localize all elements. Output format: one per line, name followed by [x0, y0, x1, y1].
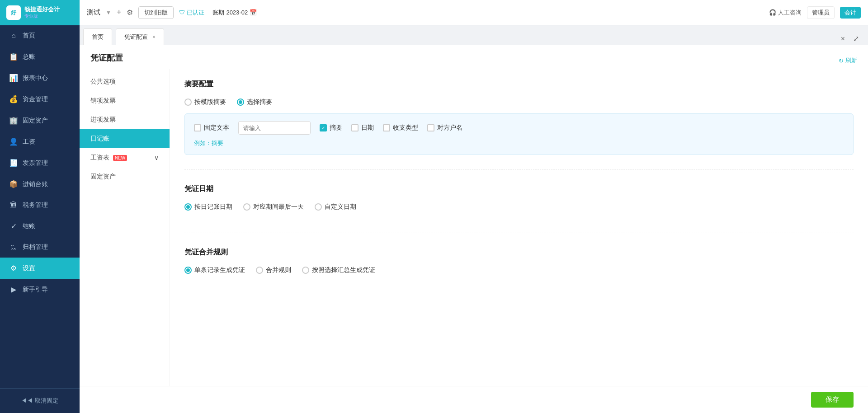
topbar-dropdown-icon[interactable]: ▼: [106, 9, 111, 16]
radio-journal-date[interactable]: 按日记账日期: [184, 203, 232, 211]
merge-config-section: 凭证合并规则 单条记录生成凭证 合并规则 按照选择汇总生成凭证: [184, 248, 854, 296]
topbar-cert-status: 🛡 已认证: [179, 9, 204, 17]
checkbox-box-counterparty: [427, 124, 434, 131]
radio-select-merge[interactable]: 按照选择汇总生成凭证: [302, 266, 375, 274]
new-badge: NEW: [113, 155, 127, 161]
summary-config-section: 摘要配置 按模版摘要 选择摘要: [184, 80, 854, 170]
save-button[interactable]: 保存: [811, 392, 854, 408]
radio-dot-select: [239, 100, 242, 104]
sidebar-item-tax[interactable]: 🏛 税务管理: [0, 195, 80, 216]
topbar-old-version-button[interactable]: 切到旧版: [138, 6, 174, 19]
checkbox-counterparty[interactable]: 对方户名: [427, 124, 462, 132]
tabs-bar: 首页 凭证配置 × × ⤢: [80, 25, 868, 45]
closing-icon: ✓: [9, 222, 18, 230]
radio-template-summary[interactable]: 按模版摘要: [184, 98, 226, 106]
sidebar-item-sales[interactable]: 📦 进销台账: [0, 174, 80, 195]
tab-home[interactable]: 首页: [83, 28, 112, 45]
refresh-button[interactable]: ↻ 刷新: [839, 56, 857, 65]
left-nav-journal[interactable]: 日记账: [80, 129, 170, 148]
logo-text: 畅捷通好会计: [24, 6, 60, 14]
sidebar-item-payroll[interactable]: 👤 工资: [0, 131, 80, 152]
radio-circle-custom-date: [315, 203, 322, 211]
radio-circle-journal-date: [184, 203, 192, 211]
reports-icon: 📊: [9, 74, 18, 82]
topbar-user-button[interactable]: 管理员: [807, 6, 835, 19]
radio-period-last[interactable]: 对应期间最后一天: [243, 203, 304, 211]
sidebar: 好 畅捷通好会计 专业版 ⌂ 首页 📋 总账 📊 报表中心 💰 资金管理 🏢 固…: [0, 0, 80, 413]
left-nav-sales-invoice[interactable]: 销项发票: [80, 91, 170, 110]
sidebar-item-invoices[interactable]: 🧾 发票管理: [0, 152, 80, 174]
tax-icon: 🏛: [9, 201, 18, 209]
headset-icon: 🎧: [769, 9, 776, 16]
funds-icon: 💰: [9, 95, 18, 103]
archive-icon: 🗂: [9, 243, 18, 251]
assets-icon: 🏢: [9, 116, 18, 125]
right-content: 摘要配置 按模版摘要 选择摘要: [170, 69, 868, 413]
sidebar-item-guide[interactable]: ▶ 新手引导: [0, 279, 80, 300]
checkbox-box-summary: ✓: [320, 124, 327, 131]
radio-circle-select-merge: [302, 267, 309, 274]
calendar-icon[interactable]: 📅: [250, 9, 257, 16]
topbar: 测试 ▼ + ⚙ 切到旧版 🛡 已认证 账期 2023-02 📅 🎧 人工咨询 …: [80, 0, 868, 25]
content-header: 凭证配置 ↻ 刷新: [80, 45, 868, 69]
left-nav-purchase-invoice[interactable]: 进项发票: [80, 110, 170, 129]
date-radio-group: 按日记账日期 对应期间最后一天 自定义日期: [184, 203, 854, 211]
checkbox-fixed-text[interactable]: 固定文本: [194, 124, 229, 132]
sidebar-item-settings[interactable]: ⚙ 设置: [0, 258, 80, 279]
radio-merge-rules[interactable]: 合并规则: [256, 266, 291, 274]
fixed-text-input[interactable]: [238, 121, 311, 135]
radio-select-summary[interactable]: 选择摘要: [237, 98, 272, 106]
topbar-gear-icon[interactable]: ⚙: [127, 8, 133, 17]
summary-example: 例如：摘要: [194, 139, 844, 147]
left-nav: 公共选项 销项发票 进项发票 日记账 工资表 NEW ∨ 固定资产: [80, 69, 170, 413]
topbar-right: 🎧 人工咨询 管理员 会计: [769, 6, 861, 19]
cancel-fixed-button[interactable]: ◀◀ 取消固定: [0, 393, 80, 408]
radio-custom-date[interactable]: 自定义日期: [315, 203, 356, 211]
radio-circle-single: [184, 267, 192, 274]
radio-single-record[interactable]: 单条记录生成凭证: [184, 266, 245, 274]
sidebar-item-closing[interactable]: ✓ 结账: [0, 216, 80, 237]
sidebar-item-assets[interactable]: 🏢 固定资产: [0, 110, 80, 131]
sidebar-logo: 好 畅捷通好会计 专业版: [0, 0, 80, 25]
shield-icon: 🛡: [179, 9, 185, 16]
refresh-icon: ↻: [839, 57, 844, 64]
merge-config-title: 凭证合并规则: [184, 248, 854, 257]
summary-radio-group: 按模版摘要 选择摘要: [184, 98, 854, 106]
topbar-add-button[interactable]: +: [117, 8, 122, 17]
summary-config-title: 摘要配置: [184, 80, 854, 89]
chevron-down-icon: ∨: [154, 154, 159, 161]
tab-voucher-config[interactable]: 凭证配置 ×: [116, 28, 164, 45]
checkbox-summary[interactable]: ✓ 摘要: [320, 124, 342, 132]
checkbox-box-date: [351, 124, 359, 131]
radio-circle-select: [237, 99, 244, 106]
radio-circle-merge-rules: [256, 267, 263, 274]
radio-dot-journal-date: [186, 205, 190, 209]
left-nav-payroll-table[interactable]: 工资表 NEW ∨: [80, 148, 170, 167]
summary-config-box: 固定文本 ✓ 摘要 日期: [184, 113, 854, 155]
sidebar-scroll: ⌂ 首页 📋 总账 📊 报表中心 💰 资金管理 🏢 固定资产 👤 工资 🧾 发票…: [0, 25, 80, 388]
main-content: 凭证配置 ↻ 刷新 公共选项 销项发票 进项发票 日记账 工资表 NEW: [80, 45, 868, 413]
left-nav-fixed-assets[interactable]: 固定资产: [80, 167, 170, 186]
sidebar-item-archive[interactable]: 🗂 归档管理: [0, 237, 80, 258]
settings-icon: ⚙: [9, 264, 18, 272]
invoices-icon: 🧾: [9, 159, 18, 167]
topbar-service-button[interactable]: 🎧 人工咨询: [769, 9, 802, 17]
guide-icon: ▶: [9, 285, 18, 294]
logo-badge: 专业版: [24, 13, 60, 19]
checkbox-date[interactable]: 日期: [351, 124, 374, 132]
topbar-role-button[interactable]: 会计: [840, 7, 861, 19]
left-nav-public[interactable]: 公共选项: [80, 72, 170, 91]
tabs-right: × ⤢: [839, 33, 868, 45]
sidebar-item-reports[interactable]: 📊 报表中心: [0, 67, 80, 89]
tab-close-icon[interactable]: ×: [152, 34, 156, 40]
content-body: 公共选项 销项发票 进项发票 日记账 工资表 NEW ∨ 固定资产: [80, 69, 868, 413]
radio-circle-template: [184, 99, 192, 106]
sidebar-item-home[interactable]: ⌂ 首页: [0, 25, 80, 46]
checkbox-payment-type[interactable]: 收支类型: [383, 124, 418, 132]
fullscreen-icon[interactable]: ⤢: [851, 33, 861, 45]
checkbox-box-payment-type: [383, 124, 390, 131]
footer-bar: 保存: [80, 386, 868, 413]
sidebar-item-ledger[interactable]: 📋 总账: [0, 46, 80, 67]
sidebar-item-funds[interactable]: 💰 资金管理: [0, 89, 80, 110]
close-window-icon[interactable]: ×: [839, 33, 847, 45]
